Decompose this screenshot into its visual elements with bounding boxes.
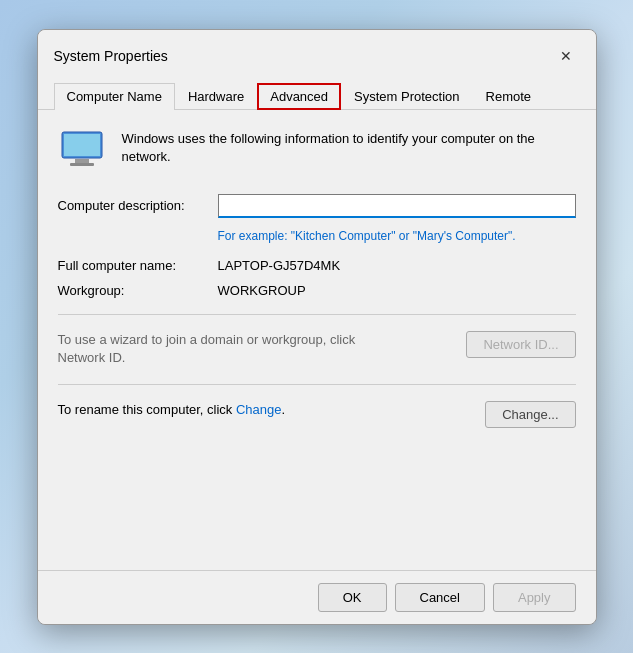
wizard-section: To use a wizard to join a domain or work… [58, 331, 576, 367]
rename-text: To rename this computer, click Change. [58, 401, 286, 419]
bottom-bar: OK Cancel Apply [38, 570, 596, 624]
wizard-text: To use a wizard to join a domain or work… [58, 331, 378, 367]
full-name-label: Full computer name: [58, 258, 218, 273]
computer-icon [58, 126, 106, 174]
tab-system-protection[interactable]: System Protection [341, 83, 473, 110]
example-text: For example: "Kitchen Computer" or "Mary… [218, 228, 576, 245]
info-description: Windows uses the following information t… [122, 126, 576, 166]
change-link-text: Change [236, 402, 282, 417]
ok-button[interactable]: OK [318, 583, 387, 612]
tab-strip: Computer Name Hardware Advanced System P… [38, 74, 596, 110]
rename-section: To rename this computer, click Change. C… [58, 401, 576, 428]
tab-hardware[interactable]: Hardware [175, 83, 257, 110]
workgroup-row: Workgroup: WORKGROUP [58, 283, 576, 298]
network-id-button[interactable]: Network ID... [466, 331, 575, 358]
tab-computer-name[interactable]: Computer Name [54, 83, 175, 110]
description-row: Computer description: [58, 194, 576, 218]
tab-advanced[interactable]: Advanced [257, 83, 341, 110]
system-properties-dialog: System Properties ✕ Computer Name Hardwa… [37, 29, 597, 625]
title-bar: System Properties ✕ [38, 30, 596, 70]
full-name-value: LAPTOP-GJ57D4MK [218, 258, 341, 273]
workgroup-value: WORKGROUP [218, 283, 306, 298]
workgroup-label: Workgroup: [58, 283, 218, 298]
svg-rect-3 [70, 163, 94, 166]
section-divider [58, 314, 576, 315]
close-button[interactable]: ✕ [552, 42, 580, 70]
cancel-button[interactable]: Cancel [395, 583, 485, 612]
tab-content: Windows uses the following information t… [38, 110, 596, 570]
section-divider-2 [58, 384, 576, 385]
tab-remote[interactable]: Remote [473, 83, 545, 110]
info-section: Windows uses the following information t… [58, 126, 576, 174]
svg-rect-1 [64, 134, 100, 156]
svg-rect-2 [75, 159, 89, 163]
apply-button[interactable]: Apply [493, 583, 576, 612]
full-name-row: Full computer name: LAPTOP-GJ57D4MK [58, 258, 576, 273]
dialog-title: System Properties [54, 48, 168, 64]
description-input[interactable] [218, 194, 576, 218]
description-label: Computer description: [58, 198, 218, 213]
change-button[interactable]: Change... [485, 401, 575, 428]
